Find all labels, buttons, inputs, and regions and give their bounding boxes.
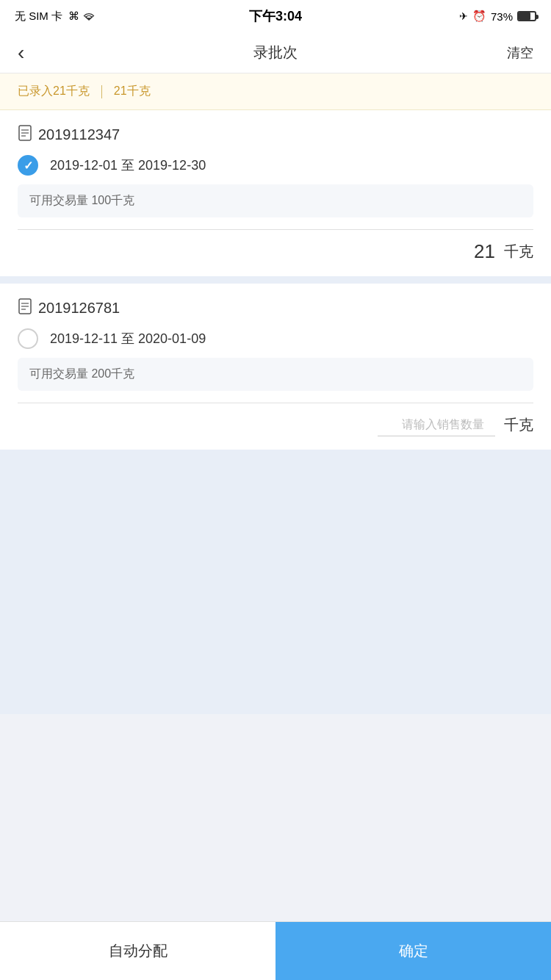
qty-unit-1: 千克 [504, 242, 533, 262]
nav-bar: ‹ 录批次 清空 [0, 32, 551, 73]
location-icon: ✈ [459, 10, 468, 22]
batch-header-2: 2019126781 [0, 284, 551, 325]
batch-header-1: 2019112347 [0, 110, 551, 152]
carrier-text: 无 SIM 卡 [15, 10, 62, 24]
qty-value-1: 21 [474, 240, 495, 263]
section-gap [0, 276, 551, 284]
confirm-button[interactable]: 确定 [276, 922, 551, 980]
batch-doc-icon-1 [18, 125, 32, 145]
batch-date-2: 2019-12-11 至 2020-01-09 [50, 330, 206, 347]
batch-checkbox-2[interactable] [18, 328, 38, 349]
batch-number-2: 2019126781 [38, 300, 120, 317]
batch-date-row-2: 2019-12-11 至 2020-01-09 [0, 325, 551, 358]
page-title: 录批次 [253, 43, 298, 62]
summary-banner: 已录入21千克 21千克 [0, 73, 551, 110]
clear-button[interactable]: 清空 [507, 44, 533, 62]
alarm-icon: ⏰ [472, 10, 486, 23]
bottom-action-bar: 自动分配 确定 [0, 921, 551, 980]
battery-text: 73% [491, 10, 513, 23]
qty-input-row-1: 21 千克 [0, 230, 551, 276]
back-button[interactable]: ‹ [18, 43, 24, 63]
batch-card-1: 2019112347 2019-12-01 至 2019-12-30 可用交易量… [0, 110, 551, 276]
auto-distribute-button[interactable]: 自动分配 [0, 922, 276, 980]
status-bar: 无 SIM 卡 ⌘ 下午3:04 ✈ ⏰ 73% [0, 0, 551, 32]
status-left: 无 SIM 卡 ⌘ [15, 10, 96, 24]
batch-card-2: 2019126781 2019-12-11 至 2020-01-09 可用交易量… [0, 284, 551, 450]
battery-icon [517, 11, 536, 21]
batch-checkbox-1[interactable] [18, 155, 38, 176]
qty-input-row-2: 千克 [0, 403, 551, 450]
batch-number-1: 2019112347 [38, 126, 120, 143]
qty-input-2[interactable] [378, 414, 495, 436]
qty-unit-2: 千克 [504, 415, 533, 435]
summary-divider [101, 85, 102, 98]
batch-date-row-1: 2019-12-01 至 2019-12-30 [0, 152, 551, 184]
available-qty-2: 可用交易量 200千克 [18, 358, 533, 391]
summary-value: 21千克 [114, 84, 151, 99]
status-right: ✈ ⏰ 73% [459, 10, 536, 23]
batch-doc-icon-2 [18, 298, 32, 318]
batch-date-1: 2019-12-01 至 2019-12-30 [50, 156, 206, 174]
summary-label: 已录入21千克 [18, 84, 90, 99]
empty-area [0, 450, 551, 714]
available-qty-1: 可用交易量 100千克 [18, 184, 533, 217]
status-time: 下午3:04 [249, 7, 302, 25]
wifi-icon: ⌘ [68, 10, 96, 23]
